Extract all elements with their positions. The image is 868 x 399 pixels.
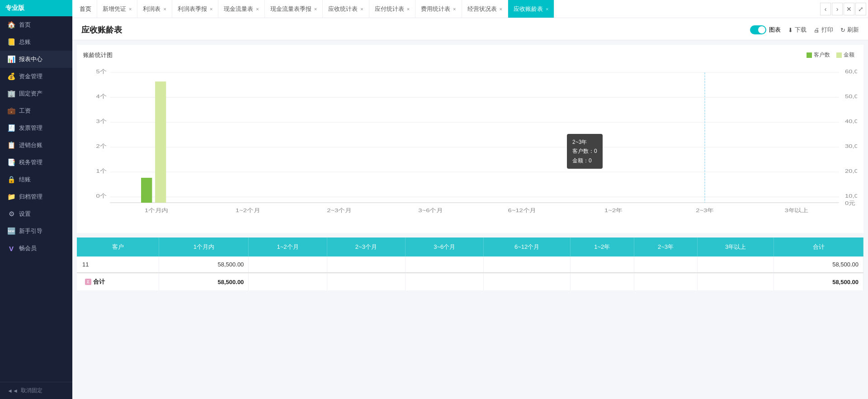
footer-m1-2 xyxy=(249,273,327,290)
tab-cashflow-q-close[interactable]: × xyxy=(314,6,317,12)
download-button[interactable]: ⬇ 下载 xyxy=(788,26,807,34)
tab-expand-button[interactable]: ⤢ xyxy=(855,3,866,15)
col-header-total: 合计 xyxy=(774,238,863,256)
sidebar-item-ledger[interactable]: 📒 总账 xyxy=(0,33,72,51)
report-icon: 📊 xyxy=(7,55,15,63)
sidebar-item-vip[interactable]: V 畅会员 xyxy=(0,240,72,257)
home-icon: 🏠 xyxy=(7,21,15,29)
sidebar-item-fund-label: 资金管理 xyxy=(19,72,42,81)
sidebar-item-guide[interactable]: 🆕 新手引导 xyxy=(0,223,72,240)
salary-icon: 💼 xyxy=(7,107,15,115)
tab-cashflow-q-label: 现金流量表季报 xyxy=(270,5,311,13)
svg-text:0元: 0元 xyxy=(845,200,855,206)
tab-voucher-label: 新增凭证 xyxy=(103,5,126,13)
tab-voucher-close[interactable]: × xyxy=(129,6,132,12)
toggle-thumb xyxy=(758,26,765,33)
sidebar: 专业版 🏠 首页 📒 总账 📊 报表中心 💰 资金管理 🏢 固定资产 💼 工资 … xyxy=(0,0,72,399)
svg-text:30,000.00元: 30,000.00元 xyxy=(845,143,857,149)
sidebar-unpin-button[interactable]: ◄◄ 取消固定 xyxy=(0,382,72,399)
sidebar-item-home[interactable]: 🏠 首页 xyxy=(0,16,72,33)
sidebar-item-settings[interactable]: ⚙ 设置 xyxy=(0,205,72,223)
main-area: 首页 新增凭证 × 利润表 × 利润表季报 × 现金流量表 × 现金流量表季报 … xyxy=(72,0,868,399)
unpin-icon: ◄◄ xyxy=(7,388,18,394)
tax-icon: 📑 xyxy=(7,158,15,166)
sidebar-item-home-label: 首页 xyxy=(19,21,31,29)
footer-m1: 58,500.00 xyxy=(159,273,249,290)
footer-label: Σ 合计 xyxy=(77,273,159,290)
sidebar-item-archive[interactable]: 📁 归档管理 xyxy=(0,188,72,205)
tab-expense-label: 费用统计表 xyxy=(421,5,450,13)
tab-ap-stat-close[interactable]: × xyxy=(407,6,410,12)
refresh-button[interactable]: ↻ 刷新 xyxy=(840,26,859,34)
sidebar-item-asset[interactable]: 🏢 固定资产 xyxy=(0,85,72,102)
sidebar-item-report[interactable]: 📊 报表中心 xyxy=(0,51,72,68)
svg-text:3年以上: 3年以上 xyxy=(784,208,808,214)
legend-amount-color xyxy=(836,52,842,58)
sidebar-item-tax-label: 税务管理 xyxy=(19,158,42,166)
tab-profit[interactable]: 利润表 × xyxy=(137,0,172,18)
bar-amount-0 xyxy=(155,81,166,203)
svg-text:2~3个月: 2~3个月 xyxy=(327,208,351,214)
chart-toggle[interactable]: 图表 xyxy=(750,25,781,34)
tab-cashflow[interactable]: 现金流量表 × xyxy=(218,0,264,18)
tab-profit-q-close[interactable]: × xyxy=(210,6,212,12)
cell-m3-6 xyxy=(406,256,484,273)
col-header-m2-3: 2~3个月 xyxy=(327,238,405,256)
chart-area: 5个 4个 3个 2个 1个 0个 60,000.00元 50,000.00元 … xyxy=(83,64,857,227)
tab-cashflow-q[interactable]: 现金流量表季报 × xyxy=(265,0,323,18)
svg-text:10,000.00元: 10,000.00元 xyxy=(845,193,857,199)
sidebar-item-sales[interactable]: 📋 进销台账 xyxy=(0,137,72,154)
tab-profit-q[interactable]: 利润表季报 × xyxy=(172,0,218,18)
vip-icon: V xyxy=(7,245,15,252)
close-books-icon: 🔒 xyxy=(7,176,15,184)
sidebar-item-sales-label: 进销台账 xyxy=(19,141,42,149)
tab-biz-status[interactable]: 经营状况表 × xyxy=(462,0,508,18)
sidebar-item-salary-label: 工资 xyxy=(19,107,31,115)
svg-text:1~2年: 1~2年 xyxy=(604,208,623,214)
tab-ap-stat-label: 应付统计表 xyxy=(375,5,404,13)
tab-ar-stat[interactable]: 应收统计表 × xyxy=(323,0,369,18)
tab-expense[interactable]: 费用统计表 × xyxy=(415,0,462,18)
tab-ap-stat[interactable]: 应付统计表 × xyxy=(369,0,415,18)
print-button[interactable]: 🖨 打印 xyxy=(814,26,833,34)
footer-m3-6 xyxy=(406,273,484,290)
sidebar-item-fund[interactable]: 💰 资金管理 xyxy=(0,68,72,85)
refresh-icon: ↻ xyxy=(840,27,845,33)
tab-next-button[interactable]: › xyxy=(832,3,843,15)
tab-profit-close[interactable]: × xyxy=(163,6,166,12)
sidebar-item-close-label: 结账 xyxy=(19,176,31,184)
tab-prev-button[interactable]: ‹ xyxy=(820,3,831,15)
total-icon: Σ xyxy=(85,279,91,285)
tab-home-label: 首页 xyxy=(80,5,91,13)
svg-text:60,000.00元: 60,000.00元 xyxy=(845,69,857,75)
sidebar-item-salary[interactable]: 💼 工资 xyxy=(0,102,72,119)
col-header-y3plus: 3年以上 xyxy=(698,238,774,256)
col-header-m3-6: 3~6个月 xyxy=(406,238,484,256)
tab-biz-status-close[interactable]: × xyxy=(500,6,502,12)
tab-ar-aging[interactable]: 应收账龄表 × xyxy=(508,0,554,18)
tab-ar-stat-label: 应收统计表 xyxy=(328,5,358,13)
fund-icon: 💰 xyxy=(7,72,15,81)
sidebar-item-tax[interactable]: 📑 税务管理 xyxy=(0,154,72,171)
settings-icon: ⚙ xyxy=(7,210,15,218)
tab-ar-stat-close[interactable]: × xyxy=(360,6,363,12)
svg-text:2个: 2个 xyxy=(96,143,107,149)
svg-text:3~6个月: 3~6个月 xyxy=(418,208,443,214)
sidebar-item-guide-label: 新手引导 xyxy=(19,227,42,235)
tab-close-all-button[interactable]: ✕ xyxy=(844,3,854,15)
svg-text:1个月内: 1个月内 xyxy=(145,208,168,214)
svg-text:5个: 5个 xyxy=(96,69,107,75)
tab-cashflow-close[interactable]: × xyxy=(256,6,259,12)
tab-voucher[interactable]: 新增凭证 × xyxy=(97,0,137,18)
sidebar-item-invoice[interactable]: 🧾 发票管理 xyxy=(0,119,72,137)
sidebar-item-report-label: 报表中心 xyxy=(19,55,42,63)
col-header-m6-12: 6~12个月 xyxy=(484,238,571,256)
svg-text:1个: 1个 xyxy=(96,168,107,174)
tab-ar-aging-close[interactable]: × xyxy=(546,6,548,12)
tab-expense-close[interactable]: × xyxy=(453,6,456,12)
cell-m1: 58,500.00 xyxy=(159,256,249,273)
toggle-track[interactable] xyxy=(750,25,766,34)
invoice-icon: 🧾 xyxy=(7,124,15,132)
sidebar-item-close[interactable]: 🔒 结账 xyxy=(0,171,72,188)
tab-home[interactable]: 首页 xyxy=(74,0,97,18)
